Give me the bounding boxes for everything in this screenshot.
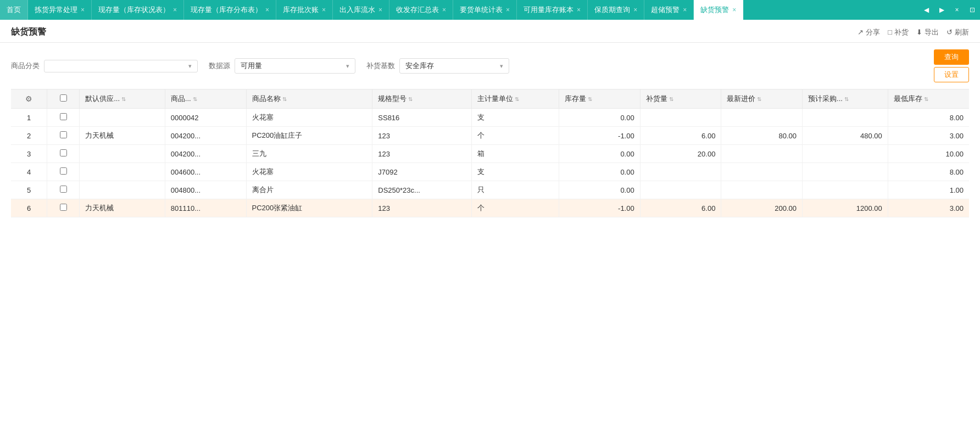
category-select[interactable]: ▾ xyxy=(44,60,198,72)
tab-abnormal[interactable]: 拣货异常处理 × xyxy=(28,0,92,20)
datasource-filter-group: 数据源 可用量 ▾ xyxy=(209,58,355,74)
datasource-select-value: 可用量 xyxy=(241,61,262,71)
close-tab-inventory-status[interactable]: × xyxy=(173,6,177,14)
settings-button[interactable]: 设置 xyxy=(934,67,969,82)
tab-inventory-status[interactable]: 现存量（库存状况表） × xyxy=(92,0,184,20)
row-checkbox-cell xyxy=(47,163,80,181)
close-tab-inout-flow[interactable]: × xyxy=(378,6,382,14)
refresh-button[interactable]: ↺ 刷新 xyxy=(946,27,969,37)
tab-order-stat[interactable]: 要货单统计表 × xyxy=(453,0,517,20)
close-tab-abnormal[interactable]: × xyxy=(81,6,85,14)
row-min-stock: 1.00 xyxy=(888,181,969,199)
row-stock-qty: 0.00 xyxy=(559,181,641,199)
column-checkbox xyxy=(47,89,80,109)
tab-nav-buttons: ◀ ▶ × ⊡ xyxy=(918,0,980,20)
table-row: 2 力天机械 004200... PC200油缸庄子 123 个 -1.00 6… xyxy=(11,127,969,145)
share-button[interactable]: ↗ 分享 xyxy=(858,27,880,37)
row-checkbox[interactable] xyxy=(60,113,67,120)
refresh-icon: ↺ xyxy=(946,28,953,36)
row-checkbox[interactable] xyxy=(60,149,67,156)
row-stock-qty: 0.00 xyxy=(559,163,641,181)
column-latest-price[interactable]: 最新进价 ⇅ xyxy=(721,89,803,109)
close-tab-order-stat[interactable]: × xyxy=(506,6,510,14)
row-unit: 个 xyxy=(471,127,559,145)
row-replenish-qty: 6.00 xyxy=(640,199,721,217)
row-spec: J7092 xyxy=(372,163,472,181)
row-replenish-qty xyxy=(640,109,721,127)
tab-next-button[interactable]: ▶ xyxy=(934,0,949,20)
column-min-stock[interactable]: 最低库存 ⇅ xyxy=(888,89,969,109)
tab-available-ledger[interactable]: 可用量库存账本 × xyxy=(517,0,588,20)
replenish-button[interactable]: □ 补货 xyxy=(888,27,909,37)
row-checkbox[interactable] xyxy=(60,131,67,138)
close-tab-shortage[interactable]: × xyxy=(732,6,736,14)
column-product-code[interactable]: 商品... ⇅ xyxy=(165,89,246,109)
select-all-checkbox[interactable] xyxy=(60,94,67,102)
table-row: 4 004600... 火花塞 J7092 支 0.00 8.00 xyxy=(11,163,969,181)
query-button[interactable]: 查询 xyxy=(934,49,969,65)
row-checkbox[interactable] xyxy=(60,204,67,211)
table-row: 1 0000042 火花塞 SS816 支 0.00 8.00 xyxy=(11,109,969,127)
tab-shortage[interactable]: 缺货预警 × xyxy=(694,0,743,20)
row-checkbox-cell xyxy=(47,199,80,217)
column-default-supplier[interactable]: 默认供应... ⇅ xyxy=(80,89,165,109)
row-min-stock: 3.00 xyxy=(888,199,969,217)
header-actions: ↗ 分享 □ 补货 ⬇ 导出 ↺ 刷新 xyxy=(858,27,969,37)
column-unit[interactable]: 主计量单位 ⇅ xyxy=(471,89,559,109)
column-settings[interactable]: ⚙ xyxy=(11,89,47,109)
row-est-purchase xyxy=(803,145,888,163)
row-checkbox[interactable] xyxy=(60,186,67,193)
column-replenish-qty[interactable]: 补货量 ⇅ xyxy=(640,89,721,109)
tab-home[interactable]: 首页 xyxy=(0,0,28,20)
row-stock-qty: -1.00 xyxy=(559,199,641,217)
tab-batch-account[interactable]: 库存批次账 × xyxy=(276,0,333,20)
export-button[interactable]: ⬇ 导出 xyxy=(916,27,939,37)
row-checkbox[interactable] xyxy=(60,167,67,175)
row-checkbox-cell xyxy=(47,109,80,127)
tab-inout-flow[interactable]: 出入库流水 × xyxy=(333,0,389,20)
sort-stock-qty-icon: ⇅ xyxy=(588,96,592,102)
tab-receipt-summary[interactable]: 收发存汇总表 × xyxy=(389,0,453,20)
close-tab-inventory-dist[interactable]: × xyxy=(265,6,269,14)
sort-replenish-qty-icon: ⇅ xyxy=(669,96,673,102)
row-stock-qty: 0.00 xyxy=(559,109,641,127)
row-number: 5 xyxy=(11,181,47,199)
row-product-code: 004800... xyxy=(165,181,246,199)
row-replenish-qty: 20.00 xyxy=(640,145,721,163)
tab-inventory-dist[interactable]: 现存量（库存分布表） × xyxy=(184,0,276,20)
row-replenish-qty xyxy=(640,181,721,199)
datasource-select[interactable]: 可用量 ▾ xyxy=(235,58,355,74)
close-tab-receipt-summary[interactable]: × xyxy=(442,6,446,14)
close-tab-available-ledger[interactable]: × xyxy=(577,6,581,14)
table-header-row: ⚙ 默认供应... ⇅ 商品... ⇅ xyxy=(11,89,969,109)
sort-unit-icon: ⇅ xyxy=(515,96,519,102)
row-latest-price: 80.00 xyxy=(721,127,803,145)
tab-fullscreen-button[interactable]: ⊡ xyxy=(965,0,980,20)
replenish-icon: □ xyxy=(888,28,892,36)
close-tab-batch-account[interactable]: × xyxy=(322,6,326,14)
column-spec[interactable]: 规格型号 ⇅ xyxy=(372,89,472,109)
replenish-basis-select[interactable]: 安全库存 ▾ xyxy=(399,58,509,74)
tab-prev-button[interactable]: ◀ xyxy=(918,0,934,20)
replenish-basis-label: 补货基数 xyxy=(366,61,395,71)
row-latest-price xyxy=(721,145,803,163)
column-stock-qty[interactable]: 库存量 ⇅ xyxy=(559,89,641,109)
tab-expiry-query[interactable]: 保质期查询 × xyxy=(588,0,644,20)
row-default-supplier xyxy=(80,181,165,199)
column-est-purchase[interactable]: 预计采购... ⇅ xyxy=(803,89,888,109)
row-product-code: 0000042 xyxy=(165,109,246,127)
row-number: 4 xyxy=(11,163,47,181)
row-spec: 123 xyxy=(372,145,472,163)
column-product-name[interactable]: 商品名称 ⇅ xyxy=(246,89,372,109)
sort-default-supplier-icon: ⇅ xyxy=(121,96,126,102)
replenish-basis-select-value: 安全库存 xyxy=(405,61,434,71)
table-row: 3 004200... 三九 123 箱 0.00 20.00 10.00 xyxy=(11,145,969,163)
tab-overstock[interactable]: 超储预警 × xyxy=(644,0,694,20)
row-replenish-qty xyxy=(640,163,721,181)
row-product-name: 三九 xyxy=(246,145,372,163)
export-icon: ⬇ xyxy=(916,28,922,36)
close-tab-overstock[interactable]: × xyxy=(683,6,687,14)
tab-close-all-button[interactable]: × xyxy=(949,0,965,20)
row-default-supplier: 力天机械 xyxy=(80,199,165,217)
close-tab-expiry-query[interactable]: × xyxy=(633,6,637,14)
